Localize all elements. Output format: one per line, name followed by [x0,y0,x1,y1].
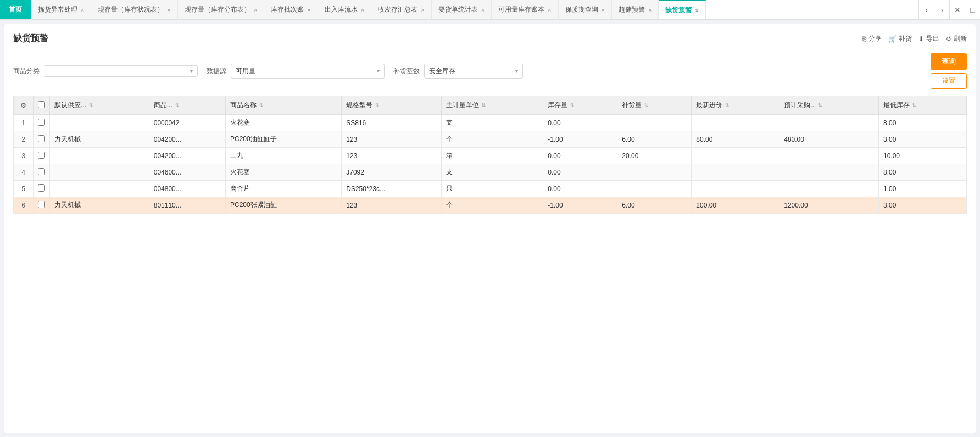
tab-scroll-left[interactable]: ‹ [918,0,934,20]
col-header-name[interactable]: 商品名称⇅ [226,96,342,115]
col-header-supplier[interactable]: 默认供应...⇅ [50,96,149,115]
tab-label: 要货单统计表 [438,5,478,14]
datasource-label: 数据源 [207,66,226,76]
gear-settings-icon[interactable]: ⚙ [20,102,26,109]
sort-icon-name: ⇅ [259,102,263,108]
tab-close-icon[interactable]: × [695,7,698,14]
tab-close-icon[interactable]: × [81,7,84,13]
category-select[interactable]: ▾ [44,65,198,77]
row-checkbox[interactable] [38,201,45,208]
row-checkbox[interactable] [38,168,45,175]
col-header-spec[interactable]: 规格型号⇅ [342,96,442,115]
settings-button[interactable]: 设置 [931,73,967,89]
tab-expiry-query[interactable]: 保质期查询× [559,0,612,20]
tab-close-icon[interactable]: × [254,7,257,13]
tab-recv-summary[interactable]: 收发存汇总表× [371,0,431,20]
tab-close-icon[interactable]: × [167,7,170,13]
tab-home[interactable]: 首页 [0,0,31,20]
tab-inout-flow[interactable]: 出入库流水× [318,0,371,20]
cell-unit: 支 [442,164,543,181]
tab-scroll-right[interactable]: › [934,0,949,20]
col-header-stock[interactable]: 库存量⇅ [543,96,617,115]
datasource-value: 可用量 [236,66,255,76]
category-label: 商品分类 [13,66,40,76]
col-label-code: 商品... [154,100,172,110]
col-header-unit[interactable]: 主计量单位⇅ [442,96,543,115]
cell-stock: 0.00 [543,164,617,181]
col-header-latest_price[interactable]: 最新进价⇅ [692,96,779,115]
row-checkbox[interactable] [38,135,45,142]
cell-replenish [617,181,692,197]
tab-abnormal[interactable]: 拣货异常处理× [31,0,91,20]
cell-spec: 123 [342,131,442,148]
cell-spec: DS250*23c... [342,181,442,197]
table-row: 5004800...离合片DS250*23c...只0.001.00 [14,181,967,197]
row-checkbox[interactable] [38,119,45,126]
tab-order-stats[interactable]: 要货单统计表× [432,0,492,20]
sort-icon-replenish: ⇅ [644,102,648,108]
cell-stock: -1.00 [543,197,617,214]
tab-inventory-status[interactable]: 现存量（库存状况表）× [91,0,177,20]
col-header-min_stock[interactable]: 最低库存⇅ [878,96,966,115]
tab-batch-account[interactable]: 库存批次账× [264,0,318,20]
main-content: 缺货预警 ⎘ 分享 🛒 补货 ⬇ 导出 ↺ 刷新 商品分类 [4,24,976,433]
cell-latest_price [692,115,779,131]
tab-close-icon[interactable]: × [481,7,485,13]
tab-overstock[interactable]: 超储预警× [612,0,659,20]
datasource-select[interactable]: 可用量 ▾ [231,64,385,79]
col-label-spec: 规格型号 [346,100,372,110]
cell-unit: 个 [442,131,543,148]
cell-est_purchase [779,148,879,164]
row-checkbox-cell [34,115,50,131]
cell-code: 801110... [149,197,225,214]
col-header-replenish[interactable]: 补货量⇅ [617,96,692,115]
replenish-icon: 🛒 [888,35,897,43]
refresh-action[interactable]: ↺ 刷新 [946,34,967,43]
row-checkbox[interactable] [38,184,45,192]
export-action[interactable]: ⬇ 导出 [918,34,939,43]
tab-available-ledger[interactable]: 可用量库存账本× [492,0,558,20]
share-action[interactable]: ⎘ 分享 [862,34,882,43]
tab-close-icon[interactable]: × [307,7,310,13]
col-label-supplier: 默认供应... [54,100,86,110]
col-header-code[interactable]: 商品...⇅ [149,96,225,115]
cell-supplier: 力天机械 [50,131,149,148]
row-checkbox-cell [34,148,50,164]
tab-close-icon[interactable]: × [421,7,424,13]
select-all-checkbox[interactable] [38,101,45,108]
cell-latest_price: 200.00 [692,197,779,214]
tab-close-icon[interactable]: × [548,7,551,13]
cell-min_stock: 3.00 [878,197,966,214]
tab-maximize[interactable]: □ [965,0,980,20]
cell-unit: 个 [442,197,543,214]
tab-label: 保质期查询 [565,5,598,14]
refresh-label: 刷新 [954,34,967,43]
tab-inventory-dist[interactable]: 现存量（库存分布表）× [178,0,264,20]
filter-datasource-group: 数据源 可用量 ▾ [207,64,385,79]
replenish-action[interactable]: 🛒 补货 [888,34,912,43]
tab-shortage[interactable]: 缺货预警× [659,0,705,20]
row-checkbox[interactable] [38,152,45,159]
page-header: 缺货预警 ⎘ 分享 🛒 补货 ⬇ 导出 ↺ 刷新 [13,33,967,44]
page-title: 缺货预警 [13,33,48,44]
cell-spec: 123 [342,148,442,164]
tab-close-all[interactable]: ✕ [949,0,965,20]
tab-close-icon[interactable]: × [602,7,605,13]
replenish-label: 补货 [899,34,912,43]
tab-bar: 首页 拣货异常处理×现存量（库存状况表）×现存量（库存分布表）×库存批次账×出入… [0,0,980,20]
cell-name: 火花塞 [226,164,342,181]
tab-close-icon[interactable]: × [361,7,364,13]
export-icon: ⬇ [918,35,924,43]
data-table: ⚙默认供应...⇅商品...⇅商品名称⇅规格型号⇅主计量单位⇅库存量⇅补货量⇅最… [13,96,967,214]
col-header-est_purchase[interactable]: 预计采购...⇅ [779,96,879,115]
header-actions: ⎘ 分享 🛒 补货 ⬇ 导出 ↺ 刷新 [862,34,967,43]
row-checkbox-cell [34,164,50,181]
cell-est_purchase [779,181,879,197]
cell-name: PC200油缸缸子 [226,131,342,148]
query-button[interactable]: 查询 [931,53,967,70]
col-header-gear: ⚙ [14,96,34,115]
replenish-base-select[interactable]: 安全库存 ▾ [424,64,523,79]
tab-close-icon[interactable]: × [648,7,652,13]
cell-code: 004200... [149,148,225,164]
cell-supplier [50,181,149,197]
